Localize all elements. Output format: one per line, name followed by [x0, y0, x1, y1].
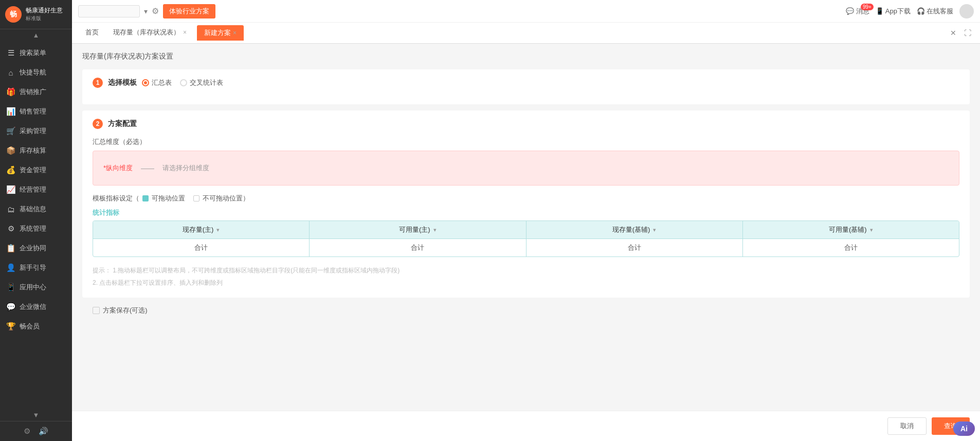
cancel-button[interactable]: 取消	[887, 417, 927, 435]
tab-new-plan[interactable]: 新建方案 ×	[197, 25, 244, 41]
tab-new-plan-label: 新建方案	[204, 28, 231, 38]
stats-table: 现存量(主) ▾ 可用量(主) ▾ 现存量(基辅) ▾ 可用量(基辅) ▾	[93, 220, 959, 257]
sidebar-logo-badge: 标准版	[26, 15, 63, 22]
col-current-aux-label: 现存量(基辅)	[612, 225, 650, 234]
sidebar-item-label-wechat: 企业微信	[20, 302, 46, 311]
sidebar-item-label-search-menu: 搜索菜单	[20, 48, 46, 58]
app-download-label: App下载	[885, 7, 911, 16]
sidebar-scroll-down[interactable]: ▼	[0, 409, 72, 421]
indicator-settings-label: 模板指标设定（ 可拖动位置 不可拖动位置）	[93, 194, 959, 203]
footer-settings-icon[interactable]: ⚙	[24, 427, 30, 436]
col-available-aux[interactable]: 可用量(基辅) ▾	[743, 221, 959, 238]
ai-badge[interactable]: Ai	[953, 421, 975, 436]
sidebar-item-base-info[interactable]: 🗂 基础信息	[0, 199, 72, 219]
sidebar-item-label-operations: 经营管理	[20, 185, 46, 194]
topbar-dropdown-btn[interactable]: ▾	[144, 7, 148, 15]
tab-new-plan-close[interactable]: ×	[233, 29, 237, 36]
enterprise-icon: 📋	[6, 244, 15, 253]
base-info-icon: 🗂	[6, 205, 15, 214]
sidebar-item-quick-nav[interactable]: ⌂ 快捷导航	[0, 63, 72, 82]
message-icon: 💬	[846, 7, 854, 15]
topbar-left: ▾ ⚙ 体验行业方案	[78, 4, 842, 19]
operations-icon: 📈	[6, 185, 15, 194]
sidebar-item-purchase[interactable]: 🛒 采购管理	[0, 121, 72, 141]
sidebar-item-finance[interactable]: 💰 资金管理	[0, 160, 72, 180]
sidebar-item-app-center[interactable]: 📱 应用中心	[0, 278, 72, 297]
radio-summary-label: 汇总表	[152, 78, 172, 87]
section1-header: 1 选择模板 汇总表 交叉统计表	[93, 78, 959, 88]
hint-2: 2. 点击标题栏下拉可设置排序、插入列和删除列	[93, 278, 959, 289]
section2-num: 2	[93, 119, 103, 129]
radio-cross-dot	[180, 79, 187, 86]
topbar-settings-icon[interactable]: ⚙	[152, 6, 159, 16]
main-area: ▾ ⚙ 体验行业方案 💬 消息 99+ 📱 App下载 🎧 在线客服 首页	[72, 0, 980, 441]
footer-audio-icon[interactable]: 🔊	[39, 427, 48, 436]
sidebar-item-system[interactable]: ⚙ 系统管理	[0, 219, 72, 238]
marketing-icon: 🎁	[6, 87, 15, 97]
sidebar-item-label-app-center: 应用中心	[20, 283, 46, 292]
col-current-aux[interactable]: 现存量(基辅) ▾	[527, 221, 743, 238]
sidebar-item-operations[interactable]: 📈 经营管理	[0, 180, 72, 199]
sidebar-footer: ⚙ 🔊	[0, 421, 72, 441]
col-current-main-chevron: ▾	[216, 227, 220, 233]
cell-1: 合计	[310, 239, 526, 256]
sales-icon: 📊	[6, 107, 15, 116]
sidebar-item-sales[interactable]: 📊 销售管理	[0, 102, 72, 121]
dim-label: 汇总维度（必选）	[93, 137, 959, 146]
sidebar-logo-text: 畅康通好生意	[26, 7, 63, 15]
cell-2: 合计	[527, 239, 743, 256]
tab-inventory-status[interactable]: 现存量（库存状况表） ×	[106, 23, 194, 43]
topbar-user-avatar[interactable]	[959, 4, 974, 19]
topbar-app-download[interactable]: 📱 App下载	[876, 7, 911, 16]
sidebar-item-wechat[interactable]: 💬 企业微信	[0, 297, 72, 317]
dim-required: *纵向维度	[103, 163, 133, 173]
dim-placeholder: 请选择分组维度	[162, 163, 209, 173]
sidebar-item-label-newcomer: 新手引导	[20, 263, 46, 272]
sidebar-item-label-member: 畅会员	[20, 322, 40, 331]
page-content: 现存量(库存状况表)方案设置 1 选择模板 汇总表 交叉统计表	[72, 44, 980, 411]
sidebar-item-search-menu[interactable]: ☰ 搜索菜单	[0, 43, 72, 63]
quick-nav-icon: ⌂	[6, 68, 15, 77]
hints-area: 提示： 1.拖动标题栏可以调整布局，不可跨维度或指标区域拖动栏目字段(只能在同一…	[93, 265, 959, 288]
radio-cross-label: 交叉统计表	[190, 78, 223, 87]
col-current-main-label: 现存量(主)	[183, 225, 214, 234]
wechat-icon: 💬	[6, 302, 15, 311]
col-current-main[interactable]: 现存量(主) ▾	[93, 221, 310, 238]
sidebar-item-inventory[interactable]: 📦 库存核算	[0, 141, 72, 160]
page-title: 现存量(库存状况表)方案设置	[82, 52, 970, 61]
indicator-non-draggable-text: 不可拖动位置）	[203, 194, 249, 203]
sidebar-item-marketing[interactable]: 🎁 营销推广	[0, 82, 72, 102]
topbar-message[interactable]: 💬 消息 99+	[846, 7, 869, 16]
finance-icon: 💰	[6, 166, 15, 175]
tab-inventory-status-close[interactable]: ×	[183, 29, 187, 36]
topbar-right: 💬 消息 99+ 📱 App下载 🎧 在线客服	[846, 4, 974, 19]
sidebar-item-newcomer[interactable]: 👤 新手引导	[0, 258, 72, 278]
dimension-area[interactable]: *纵向维度 —— 请选择分组维度	[93, 151, 959, 186]
topbar-online-service[interactable]: 🎧 在线客服	[917, 7, 953, 16]
hint-1: 提示： 1.拖动标题栏可以调整布局，不可跨维度或指标区域拖动栏目字段(只能在同一…	[93, 265, 959, 277]
tab-panel-controls: ✕ ⛶	[947, 27, 974, 39]
expand-panel-btn[interactable]: ⛶	[961, 27, 974, 39]
draggable-indicator	[142, 195, 149, 201]
plan-save-checkbox[interactable]	[93, 307, 100, 314]
plan-save-label: 方案保存(可选)	[103, 306, 148, 315]
sidebar-item-label-enterprise: 企业协同	[20, 244, 46, 253]
sidebar-item-enterprise[interactable]: 📋 企业协同	[0, 238, 72, 258]
close-panel-btn[interactable]: ✕	[947, 27, 959, 39]
sidebar-item-label-base-info: 基础信息	[20, 205, 46, 214]
cell-0: 合计	[93, 239, 310, 256]
radio-summary[interactable]: 汇总表	[142, 78, 172, 87]
tab-home[interactable]: 首页	[78, 23, 106, 43]
sidebar-item-member[interactable]: 🏆 畅会员	[0, 317, 72, 336]
tab-inventory-status-label: 现存量（库存状况表）	[113, 28, 180, 37]
topbar-industry-btn[interactable]: 体验行业方案	[163, 4, 215, 19]
system-icon: ⚙	[6, 224, 15, 233]
radio-cross[interactable]: 交叉统计表	[180, 78, 223, 87]
non-draggable-indicator	[193, 195, 199, 201]
sidebar-scroll-up[interactable]: ▲	[0, 29, 72, 41]
col-available-main[interactable]: 可用量(主) ▾	[310, 221, 526, 238]
sidebar-nav: ☰ 搜索菜单 ⌂ 快捷导航 🎁 营销推广 📊 销售管理 🛒 采购管理 📦 库存核…	[0, 41, 72, 409]
topbar-search-input[interactable]	[78, 5, 140, 17]
sidebar-logo-icon: 畅	[5, 6, 22, 23]
member-icon: 🏆	[6, 322, 15, 331]
